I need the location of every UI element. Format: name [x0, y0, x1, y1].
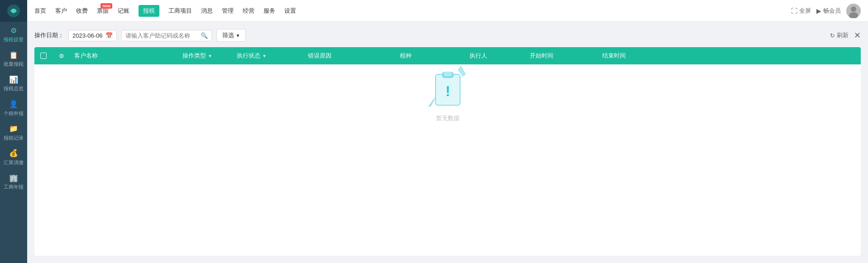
fullscreen-label: 全屏	[799, 7, 811, 15]
user-avatar[interactable]	[846, 4, 861, 18]
sidebar-item-label: 批量报税	[4, 61, 24, 67]
settings-icon: ⚙	[59, 53, 64, 59]
fullscreen-icon: ⛶	[791, 7, 797, 15]
th-end-time: 结束时间	[578, 47, 650, 64]
refresh-icon: ↻	[830, 32, 835, 39]
search-input[interactable]	[125, 32, 199, 39]
sidebar-item-piliang-baoshui[interactable]: 📋 批量报税	[0, 46, 27, 71]
toolbar: 操作日期： 2023-06-06 📅 🔍 筛选 ▼ ↻ 刷新	[34, 29, 861, 42]
sidebar-item-geshui-shenbao[interactable]: 👤 个税申报	[0, 96, 27, 120]
th-settings[interactable]: ⚙	[53, 48, 71, 64]
sidebar-item-huisuan-jiaona[interactable]: 💰 汇算清缴	[0, 145, 27, 169]
table-header: ⚙ 客户名称 操作类型 ▼ 执行状态 ▼ 错误原因	[34, 47, 861, 64]
sidebar-item-baoshui-shezhi[interactable]: ⚙ 报税设置	[0, 22, 27, 46]
gongshang-nianbao-icon: 🏢	[9, 173, 19, 183]
sort-operation-type-icon: ▼	[208, 54, 212, 58]
piliang-baoshui-icon: 📋	[9, 50, 19, 60]
topnav-right: ⛶ 全屏 ▶ 畅会员	[791, 4, 861, 18]
search-box: 🔍	[121, 30, 212, 41]
select-all-checkbox[interactable]	[40, 53, 47, 59]
member-icon: ▶	[816, 7, 821, 15]
sidebar-item-label: 报税设置	[4, 37, 24, 43]
chevron-down-icon: ▼	[236, 33, 240, 38]
th-operation-type[interactable]: 操作类型 ▼	[170, 47, 225, 64]
empty-icon: !	[427, 64, 468, 110]
table-body: ! 暂无数据	[34, 64, 861, 256]
nav-piaoju[interactable]: 票据 new	[97, 5, 109, 17]
refresh-label: 刷新	[837, 31, 849, 39]
nav-shoufei[interactable]: 收费	[76, 5, 88, 17]
nav-customer[interactable]: 客户	[55, 5, 67, 17]
calendar-icon: 📅	[106, 32, 113, 39]
sort-exec-status-icon: ▼	[262, 54, 267, 58]
sidebar-item-label: 个税申报	[4, 111, 24, 117]
geshui-shenbao-icon: 👤	[9, 99, 19, 109]
nav-gongshang[interactable]: 工商项目	[168, 5, 192, 17]
nav-guanli[interactable]: 管理	[222, 5, 234, 17]
nav-xiaoxi[interactable]: 消息	[201, 5, 213, 17]
sidebar-item-label: 报税总览	[4, 86, 24, 92]
svg-rect-10	[444, 72, 452, 76]
sidebar-item-label: 报税记录	[4, 135, 24, 141]
empty-state: ! 暂无数据	[34, 64, 861, 122]
th-checkbox[interactable]	[34, 48, 53, 63]
member-button[interactable]: ▶ 畅会员	[816, 7, 841, 15]
nav-shezhi[interactable]: 设置	[284, 5, 296, 17]
th-executor: 执行人	[451, 47, 505, 64]
th-tax-type: 税种	[360, 47, 451, 64]
sidebar-item-label: 汇算清缴	[4, 160, 24, 166]
date-picker[interactable]: 2023-06-06 📅	[68, 30, 117, 41]
empty-text: 暂无数据	[436, 114, 460, 122]
date-label: 操作日期：	[34, 31, 64, 39]
svg-text:!: !	[445, 83, 450, 99]
sidebar: ⚙ 报税设置 📋 批量报税 📊 报税总览 👤 个税申报 📁 报税记录 💰 汇算清…	[0, 0, 27, 263]
main-area: 首页 客户 收费 票据 new 记账 报税 工商项目 消息 管理 经营 服务 设…	[27, 0, 868, 263]
filter-label: 筛选	[222, 31, 234, 39]
th-exec-status[interactable]: 执行状态 ▼	[225, 47, 279, 64]
baoshui-zonglang-icon: 📊	[9, 74, 19, 84]
refresh-button[interactable]: ↻ 刷新	[830, 31, 849, 39]
filter-button[interactable]: 筛选 ▼	[216, 29, 246, 42]
svg-marker-7	[428, 97, 436, 107]
nav-menu: 首页 客户 收费 票据 new 记账 报税 工商项目 消息 管理 经营 服务 设…	[34, 5, 296, 17]
huisuan-jiaona-icon: 💰	[9, 148, 19, 158]
nav-fuwu[interactable]: 服务	[264, 5, 275, 17]
th-start-time: 开始时间	[505, 47, 578, 64]
topnav: 首页 客户 收费 票据 new 记账 报税 工商项目 消息 管理 经营 服务 设…	[27, 0, 868, 22]
nav-baoshui[interactable]: 报税	[139, 5, 159, 17]
content-area: 操作日期： 2023-06-06 📅 🔍 筛选 ▼ ↻ 刷新	[27, 22, 868, 263]
baoshui-jilu-icon: 📁	[9, 124, 19, 134]
th-error-reason: 错误原因	[279, 47, 360, 64]
sidebar-item-baoshui-jilu[interactable]: 📁 报税记录	[0, 120, 27, 145]
nav-home[interactable]: 首页	[34, 5, 46, 17]
nav-jingying[interactable]: 经营	[243, 5, 254, 17]
piaoju-badge: new	[101, 3, 112, 9]
toolbar-right: ↻ 刷新 ✕	[830, 30, 861, 40]
search-icon: 🔍	[201, 32, 208, 39]
baoshui-shezhi-icon: ⚙	[9, 25, 19, 35]
member-label: 畅会员	[823, 7, 841, 15]
svg-point-2	[851, 6, 856, 12]
nav-jizhan[interactable]: 记账	[118, 5, 129, 17]
logo[interactable]	[0, 0, 27, 22]
table: ⚙ 客户名称 操作类型 ▼ 执行状态 ▼ 错误原因	[34, 47, 861, 256]
sidebar-item-label: 工商年报	[4, 184, 24, 190]
date-value: 2023-06-06	[72, 32, 103, 39]
sidebar-item-baoshui-zonglang[interactable]: 📊 报税总览	[0, 71, 27, 95]
th-customer-name: 客户名称	[71, 47, 170, 64]
page-content: 操作日期： 2023-06-06 📅 🔍 筛选 ▼ ↻ 刷新	[27, 22, 868, 263]
fullscreen-button[interactable]: ⛶ 全屏	[791, 7, 811, 15]
close-button[interactable]: ✕	[854, 30, 861, 40]
sidebar-item-gongshang-nianbao[interactable]: 🏢 工商年报	[0, 169, 27, 194]
